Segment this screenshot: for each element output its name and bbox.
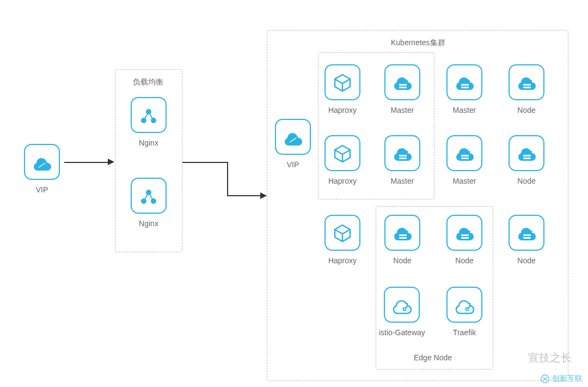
cloud-server-icon [446,215,482,251]
watermark-text-1: 宣技之长 [528,350,572,365]
nginx-2-label: Nginx [131,219,167,228]
watermark-text-2: 创新互联 [540,374,583,384]
haproxy-1-label: Haproxy [324,106,360,114]
loadbalancer-icon [131,97,167,133]
edge-node-2: Node [446,215,482,265]
cloud-server-icon [509,215,544,251]
master-2: Master [384,135,420,185]
lb-group-title: 负载均衡 [133,77,163,87]
nginx-1: Nginx [131,97,167,147]
node-1-label: Node [509,106,544,114]
cloud-icon [384,287,420,323]
cloud-server-icon [384,135,420,171]
master-2-label: Master [384,177,420,185]
watermark-logo-icon [540,374,550,384]
cube-icon [324,135,360,171]
arrow-vip-to-lb [64,162,109,163]
edge-node-2-label: Node [446,256,482,265]
arrow-lb-out-v [227,162,228,196]
master-4: Master [446,135,482,185]
master-1: Master [384,64,420,114]
istio-gateway-label: istio-Gateway [379,328,425,337]
istio-gateway: istio-Gateway [379,287,425,337]
haproxy-1: Haproxy [324,64,360,114]
haproxy-2-label: Haproxy [324,177,360,185]
arrow-head-icon [260,192,267,199]
cloud-server-icon [384,215,420,251]
edge-node-1-label: Node [384,256,420,265]
arrow-lb-out-h2 [227,195,261,196]
master-3: Master [446,64,482,114]
node-1: Node [509,64,544,114]
traefik: Traefik [446,287,482,337]
node-2-label: Node [509,177,544,185]
nginx-2: Nginx [131,178,167,228]
haproxy-3: Haproxy [324,215,360,265]
edge-node-1: Node [384,215,420,265]
cube-icon [324,64,360,100]
cloud-server-icon [384,64,420,100]
haproxy-3-label: Haproxy [324,256,360,265]
cloud-icon [446,287,482,323]
arrow-lb-out-h1 [182,162,228,163]
master-3-label: Master [446,106,482,114]
master-4-label: Master [446,177,482,185]
cloud-server-icon [446,135,482,171]
cloud-server-icon [509,64,544,100]
cube-icon [324,215,360,251]
arrow-head-icon [108,159,114,165]
node-outer-label: Node [509,256,544,265]
cloud-server-icon [446,64,482,100]
traefik-label: Traefik [446,328,482,337]
master-1-label: Master [384,106,420,114]
cloud-server-icon [509,135,544,171]
k8s-cluster-title: Kubernetes集群 [391,38,445,48]
haproxy-2: Haproxy [324,135,360,185]
node-outer: Node [509,215,544,265]
edge-node-title: Edge Node [414,353,452,362]
vip-left-label: VIP [24,185,60,194]
cloud-icon [24,144,60,180]
vip-left: VIP [24,144,60,194]
node-2: Node [509,135,544,185]
loadbalancer-icon [131,178,167,214]
nginx-1-label: Nginx [131,138,167,147]
